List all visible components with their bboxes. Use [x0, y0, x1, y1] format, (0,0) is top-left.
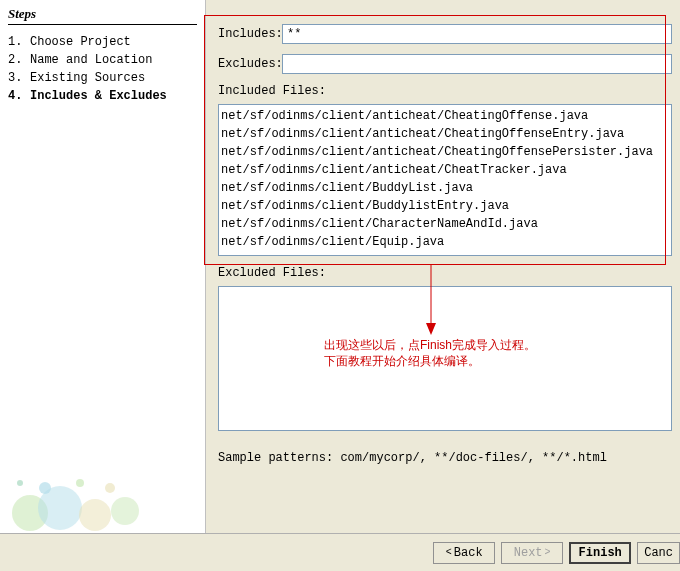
excludes-row: Excludes:: [218, 54, 672, 74]
svg-point-3: [111, 497, 139, 525]
next-button-label: Next: [514, 546, 543, 560]
excluded-files-list[interactable]: 出现这些以后，点Finish完成导入过程。 下面教程开始介绍具体编译。: [218, 286, 672, 431]
annotation-line: 出现这些以后，点Finish完成导入过程。: [324, 338, 536, 352]
svg-point-7: [17, 480, 23, 486]
step-number: 1.: [8, 35, 30, 49]
annotation-text: 出现这些以后，点Finish完成导入过程。 下面教程开始介绍具体编译。: [324, 337, 536, 369]
file-item[interactable]: net/sf/odinms/client/anticheat/CheatingO…: [221, 125, 669, 143]
includes-label: Includes:: [218, 27, 282, 41]
file-item[interactable]: net/sf/odinms/client/CharacterNameAndId.…: [221, 215, 669, 233]
steps-heading: Steps: [8, 6, 197, 25]
file-item[interactable]: net/sf/odinms/client/anticheat/CheatTrac…: [221, 161, 669, 179]
steps-panel: Steps 1. Choose Project 2. Name and Loca…: [0, 0, 205, 533]
steps-list: 1. Choose Project 2. Name and Location 3…: [8, 35, 197, 103]
step-label: Existing Sources: [30, 71, 145, 85]
file-item[interactable]: net/sf/odinms/client/BuddylistEntry.java: [221, 197, 669, 215]
button-bar: < Back Next > Finish Canc: [0, 533, 680, 571]
excludes-label: Excludes:: [218, 57, 282, 71]
excludes-input[interactable]: [282, 54, 672, 74]
main-panel: Includes: Excludes: Included Files: net/…: [205, 0, 680, 533]
svg-point-0: [12, 495, 48, 531]
cancel-button[interactable]: Canc: [637, 542, 680, 564]
decorative-bubbles: [0, 433, 200, 533]
step-item: 1. Choose Project: [8, 35, 197, 49]
includes-row: Includes:: [218, 24, 672, 44]
annotation-line: 下面教程开始介绍具体编译。: [324, 354, 480, 368]
step-number: 2.: [8, 53, 30, 67]
svg-point-5: [76, 479, 84, 487]
file-item[interactable]: net/sf/odinms/client/BuddyList.java: [221, 179, 669, 197]
excluded-files-label: Excluded Files:: [218, 266, 672, 280]
svg-point-6: [105, 483, 115, 493]
step-label: Name and Location: [30, 53, 152, 67]
included-files-label: Included Files:: [218, 84, 672, 98]
finish-button-label: Finish: [579, 546, 622, 560]
svg-point-2: [79, 499, 111, 531]
sample-patterns: Sample patterns: com/mycorp/, **/doc-fil…: [218, 451, 672, 465]
file-item[interactable]: net/sf/odinms/client/anticheat/CheatingO…: [221, 107, 669, 125]
back-button-label: Back: [454, 546, 483, 560]
chevron-right-icon: >: [545, 547, 551, 558]
step-item: 2. Name and Location: [8, 53, 197, 67]
chevron-left-icon: <: [446, 547, 452, 558]
next-button: Next >: [501, 542, 563, 564]
step-label: Choose Project: [30, 35, 131, 49]
step-label: Includes & Excludes: [30, 89, 167, 103]
finish-button[interactable]: Finish: [569, 542, 631, 564]
step-item: 3. Existing Sources: [8, 71, 197, 85]
svg-point-4: [39, 482, 51, 494]
included-files-list[interactable]: net/sf/odinms/client/anticheat/CheatingO…: [218, 104, 672, 256]
includes-input[interactable]: [282, 24, 672, 44]
file-item[interactable]: net/sf/odinms/client/Equip.java: [221, 233, 669, 251]
step-number: 3.: [8, 71, 30, 85]
cancel-button-label: Canc: [644, 546, 673, 560]
step-number: 4.: [8, 89, 30, 103]
step-item-active: 4. Includes & Excludes: [8, 89, 197, 103]
back-button[interactable]: < Back: [433, 542, 495, 564]
svg-point-1: [38, 486, 82, 530]
file-item[interactable]: net/sf/odinms/client/anticheat/CheatingO…: [221, 143, 669, 161]
